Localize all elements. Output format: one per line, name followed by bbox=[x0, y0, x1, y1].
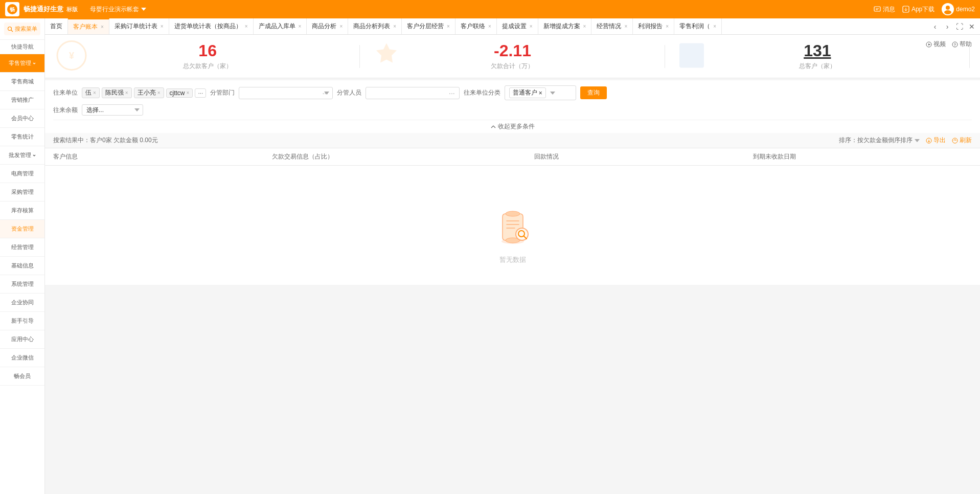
dept-input[interactable]: ··· bbox=[239, 87, 333, 99]
sidebar-item-operation[interactable]: 经营管理 bbox=[0, 238, 44, 257]
tab-close-customer-segment[interactable]: × bbox=[447, 24, 450, 29]
unit-tag-more[interactable]: ··· bbox=[195, 88, 206, 98]
stat3-value: 131 bbox=[665, 42, 970, 60]
tab-incoming-stats[interactable]: 进货单统计表（按商品） × bbox=[169, 18, 254, 35]
sidebar-item-retail-stats[interactable]: 零售统计 bbox=[0, 128, 44, 146]
unit-tag-2-close[interactable]: × bbox=[157, 90, 161, 96]
tab-profit-report[interactable]: 利润报告 × bbox=[633, 18, 674, 35]
tab-close-customer-contact[interactable]: × bbox=[488, 24, 491, 29]
sidebar-item-app-center[interactable]: 应用中心 bbox=[0, 330, 44, 349]
unit-tag-1-close[interactable]: × bbox=[125, 90, 128, 96]
category-select[interactable]: 普通客户 × bbox=[505, 85, 576, 100]
refresh-btn[interactable]: 刷新 bbox=[952, 136, 972, 145]
tab-close-operation-status[interactable]: × bbox=[624, 24, 627, 29]
sidebar-item-inventory[interactable]: 库存核算 bbox=[0, 201, 44, 220]
app-download-btn[interactable]: App下载 bbox=[902, 5, 935, 14]
tab-product-analysis-list[interactable]: 商品分析列表 × bbox=[348, 18, 402, 35]
sidebar-item-finance[interactable]: 资金管理 bbox=[0, 220, 44, 238]
person-expand-btn[interactable]: ··· bbox=[449, 89, 455, 97]
tab-operation-status[interactable]: 经营情况 × bbox=[591, 18, 633, 35]
right-panel: 首页 客户账本 × 采购订单统计表 × 进货单统计表（按商品） × 产成品入库单… bbox=[45, 18, 980, 494]
logo-icon: 畅 bbox=[5, 2, 19, 16]
person-input-field[interactable] bbox=[370, 89, 447, 97]
unit-filter-label: 往来单位 bbox=[53, 88, 78, 97]
tab-close-customer-accounts[interactable]: × bbox=[101, 24, 104, 30]
tab-customer-contact[interactable]: 客户联络 × bbox=[455, 18, 497, 35]
tab-close-product-inbound[interactable]: × bbox=[299, 24, 302, 29]
sidebar-item-enterprise-coop[interactable]: 企业协同 bbox=[0, 294, 44, 312]
sidebar-quick-nav[interactable]: 快捷导航 bbox=[0, 40, 44, 54]
search-menu-btn[interactable]: 搜索菜单 bbox=[4, 23, 40, 35]
category-tag[interactable]: 普通客户 × bbox=[509, 87, 546, 98]
tab-close-incoming-stats[interactable]: × bbox=[245, 24, 248, 29]
stats-section: ¥ 16 总欠款客户（家） -2.11 欠款合计（万） bbox=[45, 35, 980, 78]
unit-tag-0[interactable]: 伍 × bbox=[82, 87, 100, 98]
tab-retail-profit[interactable]: 零售利润（ × bbox=[674, 18, 722, 35]
tab-bar-actions: ‹ › ⛶ ✕ bbox=[927, 21, 980, 32]
unit-tag-3[interactable]: cjttcw × bbox=[166, 88, 193, 98]
empty-label: 暂无数据 bbox=[499, 255, 526, 264]
person-input[interactable]: ··· bbox=[366, 87, 460, 99]
app-wrapper: 畅 畅捷通好生意 标版 母婴行业演示帐套 消息 App下载 bbox=[0, 0, 980, 494]
svg-rect-11 bbox=[683, 50, 690, 64]
sidebar-item-purchase[interactable]: 采购管理 bbox=[0, 183, 44, 201]
tab-close-new-promotion[interactable]: × bbox=[583, 24, 586, 29]
sidebar-item-new-guide[interactable]: 新手引导 bbox=[0, 312, 44, 330]
video-btn[interactable]: 视频 bbox=[926, 40, 946, 49]
tab-close-purchase-orders[interactable]: × bbox=[161, 24, 164, 29]
tab-close-product-analysis[interactable]: × bbox=[339, 24, 343, 29]
sidebar-item-system[interactable]: 系统管理 bbox=[0, 275, 44, 294]
sidebar-item-retail-mall[interactable]: 零售商城 bbox=[0, 73, 44, 91]
balance-select[interactable]: 选择... bbox=[82, 104, 143, 116]
tab-home[interactable]: 首页 bbox=[45, 18, 68, 35]
tab-customer-segment[interactable]: 客户分层经营 × bbox=[402, 18, 455, 35]
svg-marker-14 bbox=[928, 43, 930, 46]
collapse-btn[interactable]: 收起更多条件 bbox=[53, 120, 972, 133]
unit-tag-3-close[interactable]: × bbox=[187, 90, 190, 96]
tab-close-profit-report[interactable]: × bbox=[666, 24, 669, 29]
tab-maximize[interactable]: ⛶ bbox=[954, 21, 965, 32]
unit-tag-0-close[interactable]: × bbox=[93, 90, 96, 96]
company-selector[interactable]: 母婴行业演示帐套 bbox=[90, 5, 146, 14]
tab-product-inbound[interactable]: 产成品入库单 × bbox=[254, 18, 307, 35]
person-filter-label: 分管人员 bbox=[337, 88, 361, 97]
tab-close-retail-profit[interactable]: × bbox=[713, 24, 716, 29]
sort-btn[interactable]: 排序：按欠款金额倒序排序 bbox=[839, 136, 920, 145]
sidebar-item-retail-mgmt[interactable]: 零售管理 bbox=[0, 54, 44, 73]
sidebar-item-vip[interactable]: 畅会员 bbox=[0, 367, 44, 386]
sidebar-item-marketing[interactable]: 营销推广 bbox=[0, 91, 44, 109]
dept-filter-label: 分管部门 bbox=[210, 88, 235, 97]
table-col-overdue: 到期未收款日期 bbox=[753, 152, 972, 161]
dept-input-field[interactable] bbox=[243, 89, 320, 97]
tab-product-analysis[interactable]: 商品分析 × bbox=[307, 18, 348, 35]
stat-block-1: 16 总欠款客户（家） bbox=[55, 42, 360, 71]
message-btn[interactable]: 消息 bbox=[874, 5, 895, 14]
unit-tag-2[interactable]: 王小亮 × bbox=[134, 87, 164, 98]
sidebar-item-enterprise-wechat[interactable]: 企业微信 bbox=[0, 349, 44, 367]
stats-top-right: 视频 ? 帮助 bbox=[926, 40, 972, 49]
unit-tag-1[interactable]: 陈民强 × bbox=[102, 87, 132, 98]
tab-scroll-right[interactable]: › bbox=[942, 21, 952, 32]
sidebar-item-member-center[interactable]: 会员中心 bbox=[0, 109, 44, 128]
stat-block-2: -2.11 欠款合计（万） bbox=[360, 42, 665, 71]
unit-filter-tags: 伍 × 陈民强 × 王小亮 × bbox=[82, 87, 206, 98]
export-btn[interactable]: 导出 bbox=[926, 136, 946, 145]
tab-scroll-left[interactable]: ‹ bbox=[930, 21, 940, 32]
tab-purchase-orders[interactable]: 采购订单统计表 × bbox=[109, 18, 169, 35]
help-btn[interactable]: ? 帮助 bbox=[952, 40, 972, 49]
sidebar-item-ecommerce[interactable]: 电商管理 bbox=[0, 165, 44, 183]
tab-restore[interactable]: ✕ bbox=[967, 21, 977, 32]
query-btn[interactable]: 查询 bbox=[580, 86, 607, 99]
tab-promotion-settings[interactable]: 提成设置 × bbox=[497, 18, 538, 35]
tab-customer-accounts[interactable]: 客户账本 × bbox=[68, 18, 109, 35]
category-tag-close[interactable]: × bbox=[539, 89, 542, 97]
tab-close-product-analysis-list[interactable]: × bbox=[393, 24, 396, 29]
stat1-label: 总欠款客户（家） bbox=[55, 62, 360, 71]
tab-close-promotion-settings[interactable]: × bbox=[530, 24, 533, 29]
table-section: 客户信息 欠款交易信息（占比） 回款情况 到期未收款日期 bbox=[45, 148, 980, 285]
sidebar-item-basic-info[interactable]: 基础信息 bbox=[0, 257, 44, 275]
result-summary: 搜索结果中：客户0家 欠款金额 0.00元 bbox=[53, 136, 158, 145]
sidebar-item-batch-mgmt[interactable]: 批发管理 bbox=[0, 146, 44, 165]
user-avatar[interactable]: demo2 bbox=[942, 3, 975, 15]
tab-new-promotion[interactable]: 新增提成方案 × bbox=[538, 18, 592, 35]
